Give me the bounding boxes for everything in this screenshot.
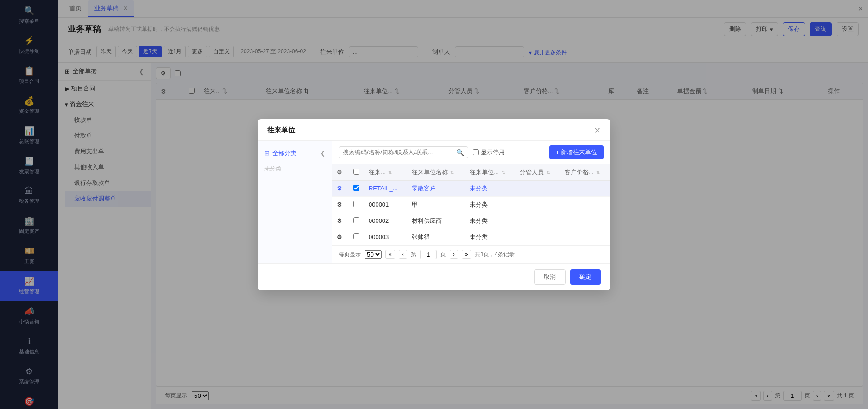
modal-prev-page-btn[interactable]: ‹ [399,250,407,259]
modal-th-price: 客户价格... ⇅ [560,164,610,181]
row-manager [515,213,560,229]
modal-last-page-btn[interactable]: » [462,250,472,259]
modal-search-input[interactable] [343,149,454,156]
row-price [560,229,610,245]
modal-table: ⚙ 往来... ⇅ 往来单位名称 ⇅ 往来单位... ⇅ 分管人员 ⇅ 客户价格… [332,164,610,245]
row-select-checkbox[interactable] [353,233,359,239]
row-checkbox [349,229,364,245]
table-row[interactable]: ⚙ 000002 材料供应商 未分类 [332,213,610,229]
modal-right-panel: 🔍 显示停用 + 新增往来单位 ⚙ 往来... ⇅ [332,141,610,263]
row-category: 未分类 [465,229,515,245]
row-select-checkbox[interactable] [353,217,359,223]
row-name: 材料供应商 [407,213,465,229]
row-category: 未分类 [465,196,515,213]
modal-actions: 取消 确定 [258,263,610,290]
row-settings: ⚙ [332,229,349,245]
row-code: 000003 [364,229,407,245]
row-checkbox [349,213,364,229]
row-price [560,180,610,196]
modal-toolbar: 🔍 显示停用 + 新增往来单位 [332,141,610,164]
modal-th-settings: ⚙ [332,164,349,181]
row-manager [515,180,560,196]
collapse-modal-left-btn[interactable]: ❮ [321,150,325,157]
row-select-checkbox[interactable] [353,201,359,207]
row-settings: ⚙ [332,213,349,229]
row-settings: ⚙ [332,180,349,196]
modal-total: 共1页，4条记录 [475,251,514,258]
row-checkbox [349,196,364,213]
grid-icon: ⊞ [264,150,270,157]
row-code: 000001 [364,196,407,213]
row-settings: ⚙ [332,196,349,213]
modal-cat-all[interactable]: ⊞ 全部分类 ❮ [258,145,332,161]
table-row[interactable]: ⚙ RETAIL_... 零散客户 未分类 [332,180,610,196]
row-select-checkbox[interactable] [353,185,359,191]
row-category: 未分类 [465,180,515,196]
modal-first-page-btn[interactable]: « [385,250,395,259]
search-icon: 🔍 [456,149,464,156]
modal-next-page-btn[interactable]: › [450,250,458,259]
row-name: 甲 [407,196,465,213]
modal-search-box: 🔍 [339,146,468,158]
new-partner-btn[interactable]: + 新增往来单位 [549,145,604,159]
modal-overlay: 往来单位 ✕ ⊞ 全部分类 ❮ 未分类 🔍 [0,0,868,409]
modal-th-checkbox [349,164,364,181]
row-checkbox [349,180,364,196]
modal-header: 往来单位 ✕ [258,119,610,141]
modal-title: 往来单位 [267,126,295,135]
modal-cancel-btn[interactable]: 取消 [534,269,566,285]
table-row[interactable]: ⚙ 000003 张帅得 未分类 [332,229,610,245]
modal-pagination: 每页显示 50 « ‹ 第 页 › » 共1页，4条记录 [332,245,610,263]
row-manager [515,196,560,213]
modal-confirm-btn[interactable]: 确定 [570,269,601,285]
row-price [560,213,610,229]
modal-select-all[interactable] [353,169,359,175]
modal-th-name: 往来单位名称 ⇅ [407,164,465,181]
row-name: 零散客户 [407,180,465,196]
modal-cat-uncategorized: 未分类 [258,161,332,176]
table-row[interactable]: ⚙ 000001 甲 未分类 [332,196,610,213]
modal-close-btn[interactable]: ✕ [594,126,601,136]
row-price [560,196,610,213]
modal-per-page-label: 每页显示 [339,251,361,258]
row-code: RETAIL_... [364,180,407,196]
modal-th-manager: 分管人员 ⇅ [515,164,560,181]
row-code: 000002 [364,213,407,229]
modal-per-page-select[interactable]: 50 [365,250,382,259]
modal-table-wrapper: ⚙ 往来... ⇅ 往来单位名称 ⇅ 往来单位... ⇅ 分管人员 ⇅ 客户价格… [332,164,610,245]
row-manager [515,229,560,245]
modal-category-panel: ⊞ 全部分类 ❮ 未分类 [258,141,332,263]
modal-th-code: 往来... ⇅ [364,164,407,181]
row-category: 未分类 [465,213,515,229]
show-disabled-label: 显示停用 [473,148,505,157]
modal-page-suffix: 页 [440,251,446,258]
show-disabled-checkbox[interactable] [473,149,479,155]
partner-modal: 往来单位 ✕ ⊞ 全部分类 ❮ 未分类 🔍 [258,119,610,290]
modal-body: ⊞ 全部分类 ❮ 未分类 🔍 显示停用 [258,141,610,263]
row-name: 张帅得 [407,229,465,245]
modal-page-label: 第 [411,251,416,258]
modal-page-input[interactable] [420,250,437,259]
modal-th-category: 往来单位... ⇅ [465,164,515,181]
